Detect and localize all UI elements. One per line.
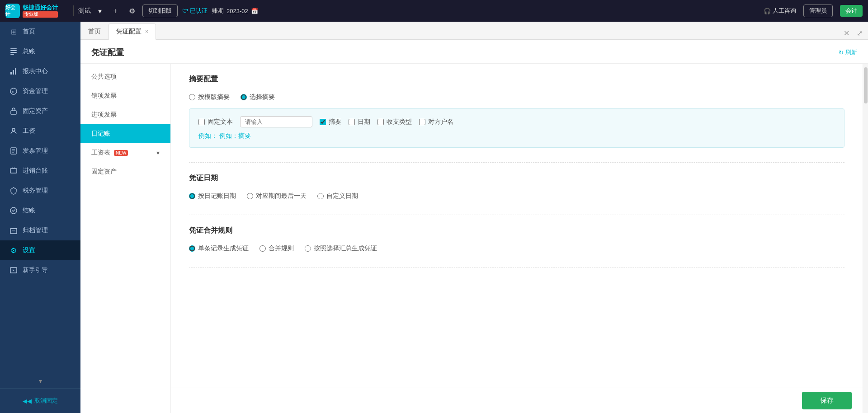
- checkbox-abstract[interactable]: 摘要: [320, 118, 341, 126]
- checkbox-fixed-text-input[interactable]: [198, 119, 205, 125]
- radio-select-abstract-input[interactable]: [241, 94, 247, 100]
- sidebar-item-payroll[interactable]: 工资: [0, 121, 80, 141]
- checkbox-counterpart[interactable]: 对方户名: [419, 118, 453, 126]
- page-wrapper: 凭证配置 ↻ 刷新 公共选项 销项发票: [80, 40, 868, 413]
- dropdown-btn[interactable]: ▾: [95, 5, 104, 17]
- sidebar-item-invoice[interactable]: 发票管理: [0, 141, 80, 161]
- project-name: 测试: [78, 7, 91, 15]
- config-nav-journal[interactable]: 日记账: [80, 124, 170, 143]
- radio-single[interactable]: 单条记录生成凭证: [189, 244, 249, 253]
- page-header: 凭证配置 ↻ 刷新: [80, 40, 868, 64]
- radio-template-input[interactable]: [189, 94, 195, 100]
- save-btn[interactable]: 保存: [802, 392, 852, 409]
- sidebar-label-guide: 新手引导: [23, 266, 48, 274]
- admin-btn[interactable]: 管理员: [803, 5, 833, 17]
- svg-rect-9: [11, 111, 16, 114]
- sidebar-label-settings: 设置: [23, 246, 35, 254]
- radio-journal-date[interactable]: 按日记账日期: [189, 192, 236, 200]
- home-icon: ⊞: [9, 27, 18, 36]
- period-info: 账期 2023-02 📅: [212, 7, 258, 15]
- svg-rect-15: [10, 169, 17, 173]
- sidebar-item-purchase-sales[interactable]: 进销台账: [0, 161, 80, 181]
- sidebar-label-payroll: 工资: [23, 127, 35, 135]
- checkbox-abstract-input[interactable]: [320, 119, 326, 125]
- close-tab-btn[interactable]: ✕: [842, 27, 851, 39]
- radio-single-input[interactable]: [189, 245, 195, 252]
- app-title: 畅捷通好会计: [23, 4, 58, 11]
- preview-value: 例如：摘要: [219, 132, 251, 139]
- scrollbar-thumb: [864, 67, 868, 103]
- fixed-text-input[interactable]: [240, 116, 312, 127]
- date-section-title: 凭证日期: [189, 174, 844, 183]
- checkbox-fixed-text[interactable]: 固定文本: [198, 118, 233, 126]
- right-scrollbar[interactable]: [863, 64, 868, 413]
- checkbox-date-input[interactable]: [349, 119, 355, 125]
- calendar-icon[interactable]: 📅: [251, 8, 258, 14]
- config-right: 摘要配置 按模版摘要 选择摘要: [171, 64, 863, 413]
- svg-rect-2: [10, 52, 17, 53]
- cancel-fixed-btn[interactable]: ◀◀ 取消固定: [0, 393, 80, 408]
- checkbox-date[interactable]: 日期: [349, 118, 370, 126]
- sidebar-label-funds: 资金管理: [23, 87, 48, 95]
- radio-journal-date-input[interactable]: [189, 193, 195, 199]
- sidebar-label-report: 报表中心: [23, 67, 48, 75]
- sidebar-label-archive: 归档管理: [23, 226, 48, 235]
- sidebar-item-ledger[interactable]: 总账: [0, 42, 80, 61]
- guide-icon: [9, 266, 18, 275]
- tab-voucher-config[interactable]: 凭证配置 ×: [108, 23, 156, 40]
- section-date: 凭证日期 按日记账日期 对应期间最后一天: [189, 174, 844, 200]
- svg-text:¥: ¥: [11, 90, 14, 94]
- sidebar-item-guide[interactable]: 新手引导: [0, 260, 80, 280]
- headset-icon: 🎧: [764, 8, 771, 14]
- config-nav-payroll[interactable]: 工资表 NEW ▾: [80, 143, 170, 162]
- consult-btn[interactable]: 🎧 人工咨询: [764, 7, 796, 15]
- config-nav-public[interactable]: 公共选项: [80, 67, 170, 86]
- sidebar-item-funds[interactable]: ¥ 资金管理: [0, 81, 80, 101]
- config-layout: 公共选项 销项发票 进项发票 日记账 工资表 NEW: [80, 64, 868, 413]
- tab-home[interactable]: 首页: [80, 23, 108, 39]
- radio-merge-rule[interactable]: 合并规则: [259, 244, 294, 253]
- checkbox-income-type[interactable]: 收支类型: [377, 118, 412, 126]
- abstract-radio-group: 按模版摘要 选择摘要: [189, 93, 844, 101]
- sidebar-item-tax[interactable]: 税务管理: [0, 181, 80, 201]
- abstract-config-row: 固定文本 摘要: [198, 116, 835, 127]
- sidebar-scroll-down[interactable]: ▾: [0, 374, 80, 388]
- switch-old-version-btn[interactable]: 切到旧版: [142, 5, 178, 17]
- topbar-right: 🎧 人工咨询 管理员 会计: [764, 5, 863, 17]
- radio-period-last-input[interactable]: [247, 193, 253, 199]
- config-nav-purchase-invoice[interactable]: 进项发票: [80, 105, 170, 124]
- new-badge: NEW: [114, 150, 128, 156]
- radio-template[interactable]: 按模版摘要: [189, 93, 230, 101]
- config-nav-sales-invoice[interactable]: 销项发票: [80, 86, 170, 105]
- archive-icon: [9, 226, 18, 235]
- sidebar-item-report[interactable]: 报表中心: [0, 61, 80, 81]
- purchase-sales-icon: [9, 166, 18, 175]
- radio-custom-date[interactable]: 自定义日期: [317, 192, 358, 200]
- radio-select-summary-input[interactable]: [305, 245, 311, 252]
- radio-select-summary[interactable]: 按照选择汇总生成凭证: [305, 244, 377, 253]
- config-nav-fixed-assets[interactable]: 固定资产: [80, 162, 170, 181]
- radio-custom-date-input[interactable]: [317, 193, 324, 199]
- sidebar-item-archive[interactable]: 归档管理: [0, 221, 80, 240]
- verified-badge: 🛡 已认证: [182, 7, 208, 15]
- checkbox-counterpart-input[interactable]: [419, 119, 425, 125]
- sidebar-label-invoice: 发票管理: [23, 147, 48, 155]
- tab-close-btn[interactable]: ×: [145, 28, 148, 35]
- add-btn[interactable]: ＋: [109, 5, 122, 18]
- radio-select-abstract[interactable]: 选择摘要: [241, 93, 275, 101]
- sidebar-item-settlement[interactable]: 结账: [0, 201, 80, 221]
- sidebar-item-settings[interactable]: ⚙ 设置: [0, 240, 80, 260]
- sidebar-label-tax: 税务管理: [23, 187, 48, 195]
- svg-rect-1: [10, 50, 17, 51]
- abstract-preview: 例如： 例如：摘要: [198, 132, 835, 140]
- svg-rect-6: [15, 68, 16, 75]
- expand-btn[interactable]: ⤢: [855, 27, 864, 39]
- radio-period-last[interactable]: 对应期间最后一天: [247, 192, 307, 200]
- checkbox-income-type-input[interactable]: [377, 119, 384, 125]
- sidebar-item-fixed-assets[interactable]: 固定资产: [0, 101, 80, 121]
- accountant-btn[interactable]: 会计: [840, 5, 863, 17]
- refresh-btn[interactable]: ↻ 刷新: [839, 48, 857, 56]
- sidebar-item-home[interactable]: ⊞ 首页: [0, 22, 80, 42]
- radio-merge-rule-input[interactable]: [259, 245, 266, 252]
- settings-btn[interactable]: ⚙: [126, 5, 138, 17]
